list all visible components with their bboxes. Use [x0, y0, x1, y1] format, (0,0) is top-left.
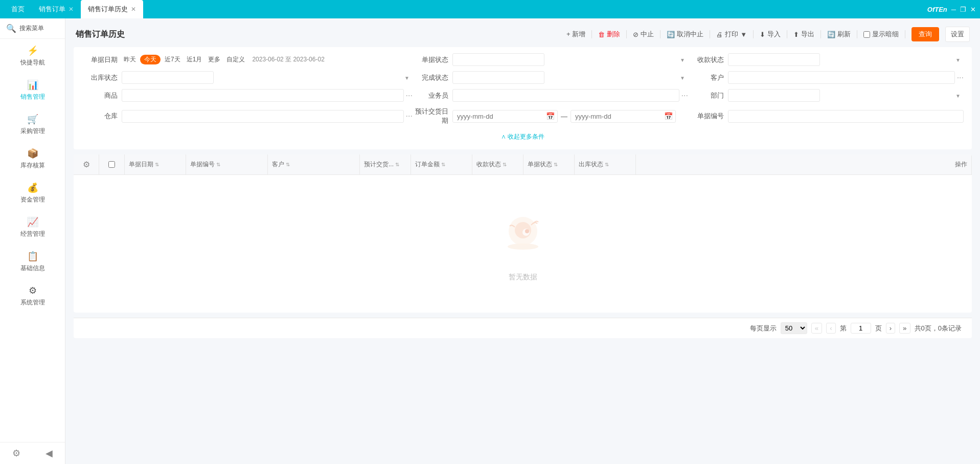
export-button[interactable]: ⬆ 导出 [793, 30, 814, 39]
page-input[interactable] [851, 323, 871, 334]
date-btn-today[interactable]: 今天 [140, 55, 161, 64]
print-button[interactable]: 🖨 打印 ▼ [716, 30, 747, 39]
tab-home[interactable]: 首页 [4, 0, 32, 18]
th-stock-status[interactable]: 出库状态 ⇅ [575, 154, 636, 174]
settings-gear-icon[interactable]: ⚙ [83, 160, 90, 169]
filter-row-1: 单据日期 昨天 今天 近7天 近1月 更多 自定义 2023-06-02 至 2… [82, 53, 964, 66]
restore-btn[interactable]: ❐ [960, 6, 966, 13]
stop-button[interactable]: ⊘ 中止 [633, 30, 654, 39]
tab-sales-history[interactable]: 销售订单历史 ✕ [81, 0, 143, 18]
show-cols-toggle[interactable]: 显示暗细 [863, 30, 899, 39]
per-page-select[interactable]: 50 10 20 100 [781, 322, 807, 334]
delivery-date-end[interactable] [571, 110, 676, 123]
customer-input[interactable] [728, 71, 955, 84]
divider8 [857, 30, 857, 38]
last-page-btn[interactable]: » [899, 323, 910, 334]
th-bill-status[interactable]: 单据状态 ⇅ [523, 154, 575, 174]
salesperson-input[interactable] [452, 89, 679, 102]
settings-bottom-icon[interactable]: ⚙ [12, 448, 20, 459]
show-cols-checkbox[interactable] [863, 31, 870, 38]
settings-button[interactable]: 设置 [945, 27, 970, 42]
salesperson-dots-btn[interactable]: ··· [681, 91, 688, 100]
payment-status-select[interactable] [728, 53, 820, 66]
prev-page-btn[interactable]: ‹ [826, 323, 835, 334]
th-delivery[interactable]: 预计交货... ⇅ [360, 154, 411, 174]
stock-out-label: 出库状态 [82, 73, 118, 82]
delivery-date-start[interactable] [452, 110, 558, 123]
sidebar-item-inventory[interactable]: 📦 库存核算 [0, 142, 65, 176]
select-all-checkbox[interactable] [108, 161, 115, 168]
tab-sales-history-close[interactable]: ✕ [131, 6, 136, 13]
print-icon: 🖨 [716, 31, 723, 38]
sidebar-item-finance[interactable]: 💰 资金管理 [0, 176, 65, 210]
cancel-stop-label: 取消中止 [677, 30, 703, 39]
refresh-button[interactable]: 🔄 刷新 [827, 30, 851, 39]
filter-col-stock-out: 出库状态 [82, 71, 413, 84]
filter-col-bill-status: 单据状态 [413, 53, 688, 66]
th-pay-status[interactable]: 收款状态 ⇅ [472, 154, 523, 174]
first-page-btn[interactable]: « [811, 323, 822, 334]
sidebar-item-quick-nav[interactable]: ⚡ 快捷导航 [0, 39, 65, 73]
close-btn[interactable]: ✕ [970, 6, 976, 13]
th-customer[interactable]: 客户 ⇅ [268, 154, 360, 174]
warehouse-input[interactable] [122, 110, 404, 123]
goods-dots-btn[interactable]: ··· [406, 91, 413, 100]
sidebar-item-label: 基础信息 [20, 264, 45, 273]
tab-sales-order[interactable]: 销售订单 ✕ [32, 0, 81, 18]
filter-row-2: 出库状态 完成状态 客户 [82, 71, 964, 84]
filter-col-date: 单据日期 昨天 今天 近7天 近1月 更多 自定义 2023-06-02 至 2… [82, 55, 413, 64]
th-bill-date[interactable]: 单据日期 ⇅ [125, 154, 186, 174]
sidebar-search[interactable]: 🔍 搜索菜单 [0, 18, 65, 39]
new-button[interactable]: + 新增 [566, 30, 585, 39]
sidebar-item-system[interactable]: ⚙ 系统管理 [0, 279, 65, 313]
dept-select[interactable] [728, 89, 820, 102]
th-stock-status-label: 出库状态 [579, 160, 603, 169]
filter-col-complete-status: 完成状态 [413, 71, 688, 84]
th-bill-num[interactable]: 单据编号 ⇅ [186, 154, 268, 174]
th-action-label: 操作 [955, 160, 967, 169]
bill-num-label: 单据编号 [688, 112, 724, 121]
table-area: ⚙ 单据日期 ⇅ 单据编号 ⇅ 客户 ⇅ 预计交货... [74, 154, 972, 313]
customer-dots-btn[interactable]: ··· [957, 73, 964, 82]
th-settings[interactable]: ⚙ [74, 154, 99, 174]
sidebar-item-operations[interactable]: 📈 经营管理 [0, 210, 65, 245]
minimize-btn[interactable]: ─ [951, 6, 956, 13]
sidebar-item-label: 快捷导航 [20, 58, 45, 67]
complete-status-select-wrap [452, 71, 688, 84]
warehouse-dots-btn[interactable]: ··· [406, 112, 413, 121]
complete-status-select[interactable] [452, 71, 544, 84]
delivery-date-start-cal-icon[interactable]: 📅 [546, 112, 555, 120]
delivery-date-end-cal-icon[interactable]: 📅 [664, 112, 673, 120]
tab-sales-order-close[interactable]: ✕ [69, 6, 74, 13]
date-btn-yesterday[interactable]: 昨天 [122, 55, 138, 64]
bill-num-input[interactable] [728, 110, 964, 123]
bill-status-select[interactable] [452, 53, 544, 66]
import-button[interactable]: ⬇ 导入 [760, 30, 781, 39]
bill-date-value: 昨天 今天 近7天 近1月 更多 自定义 2023-06-02 至 2023-0… [122, 55, 325, 64]
sort-icon-delivery: ⇅ [395, 162, 399, 167]
date-btn-1month[interactable]: 近1月 [185, 55, 204, 64]
sidebar-item-base-info[interactable]: 📋 基础信息 [0, 245, 65, 279]
date-btn-custom[interactable]: 自定义 [224, 55, 247, 64]
date-btn-more[interactable]: 更多 [206, 55, 222, 64]
svg-point-4 [525, 229, 529, 233]
th-amount[interactable]: 订单金额 ⇅ [411, 154, 472, 174]
next-page-btn[interactable]: › [886, 323, 895, 334]
goods-input[interactable] [122, 89, 404, 102]
collapse-sidebar-icon[interactable]: ◀ [45, 448, 53, 459]
date-btn-7days[interactable]: 近7天 [163, 55, 183, 64]
cancel-stop-button[interactable]: 🔄 取消中止 [667, 30, 703, 39]
stock-out-select[interactable] [122, 71, 214, 84]
th-checkbox[interactable] [99, 154, 125, 174]
payment-status-select-wrap [728, 53, 964, 66]
query-button[interactable]: 查询 [911, 27, 939, 41]
sidebar: 🔍 搜索菜单 ⚡ 快捷导航 📊 销售管理 🛒 采购管理 📦 库存核算 💰 资金管… [0, 18, 65, 464]
sidebar-item-label: 采购管理 [20, 127, 45, 136]
export-label: 导出 [801, 30, 814, 39]
sort-icon-bill-status: ⇅ [554, 162, 558, 167]
th-action: 操作 [636, 154, 972, 174]
collapse-btn[interactable]: ∧ 收起更多条件 [501, 132, 544, 141]
sidebar-item-sales[interactable]: 📊 销售管理 [0, 73, 65, 107]
delete-button[interactable]: 🗑 删除 [598, 30, 620, 39]
sidebar-item-purchase[interactable]: 🛒 采购管理 [0, 107, 65, 142]
